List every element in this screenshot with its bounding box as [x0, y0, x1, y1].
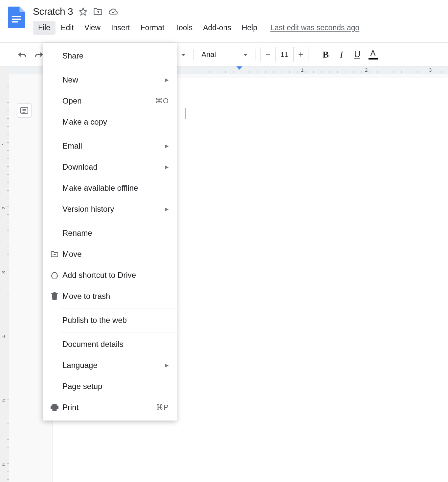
file-page-setup[interactable]: Page setup [43, 376, 177, 397]
file-download[interactable]: Download ▶ [43, 157, 177, 178]
keyboard-shortcut: ⌘O [155, 97, 169, 105]
vruler-mark: 6 [1, 463, 6, 466]
file-move-to-trash[interactable]: Move to trash [43, 286, 177, 307]
dropdown-arrow-icon [243, 50, 248, 59]
separator [60, 308, 177, 308]
menu-item-label: New [62, 75, 165, 84]
submenu-arrow-icon: ▶ [165, 206, 169, 212]
cloud-status-icon[interactable] [108, 8, 118, 15]
file-new[interactable]: New ▶ [43, 69, 177, 90]
file-offline[interactable]: Make available offline [43, 178, 177, 199]
file-open[interactable]: Open ⌘O [43, 90, 177, 111]
svg-rect-2 [12, 21, 18, 23]
text-color-button[interactable]: A [366, 48, 380, 61]
ruler-tick [270, 68, 270, 72]
trash-icon [49, 292, 60, 300]
dropdown-arrow-icon [181, 50, 186, 59]
menu-item-label: Language [62, 361, 165, 370]
indent-marker-icon[interactable] [236, 66, 242, 70]
bold-button[interactable]: B [319, 48, 333, 61]
menu-item-label: Email [62, 141, 165, 151]
ruler-mark: 1 [301, 67, 303, 73]
file-publish[interactable]: Publish to the web [43, 310, 177, 331]
document-title[interactable]: Scratch 3 [33, 6, 73, 17]
underline-button[interactable]: U [350, 48, 364, 61]
separator [60, 332, 177, 332]
menu-item-label: Make available offline [62, 183, 169, 193]
star-icon[interactable] [79, 7, 87, 16]
ruler-mark: 3 [429, 67, 432, 73]
separator [60, 68, 177, 68]
menu-bar: File Edit View Insert Format Tools Add-o… [33, 20, 448, 36]
menu-item-label: Move [62, 250, 169, 259]
font-size-decrease-button[interactable]: − [261, 47, 275, 62]
font-select[interactable]: Arial [198, 48, 251, 61]
menu-item-label: Publish to the web [62, 316, 169, 325]
undo-button[interactable] [16, 49, 29, 60]
last-edit-link[interactable]: Last edit was seconds ago [270, 23, 359, 32]
separator [256, 49, 256, 60]
svg-text:+: + [56, 275, 58, 279]
keyboard-shortcut: ⌘P [156, 403, 169, 412]
ruler-tick [334, 68, 334, 72]
menu-item-label: Document details [62, 340, 169, 349]
menu-item-label: Print [62, 403, 156, 412]
vruler-mark: 4 [1, 335, 6, 338]
vruler-mark: 3 [1, 271, 6, 274]
menu-item-label: Download [62, 162, 165, 172]
menu-help[interactable]: Help [236, 21, 262, 35]
submenu-arrow-icon: ▶ [165, 362, 169, 368]
print-icon [49, 404, 60, 411]
header: Scratch 3 File Edit View Insert Format T… [0, 0, 448, 43]
font-size-increase-button[interactable]: + [294, 47, 308, 62]
menu-item-label: Open [62, 96, 155, 106]
submenu-arrow-icon: ▶ [165, 143, 169, 149]
font-size-control: − 11 + [260, 47, 308, 62]
file-language[interactable]: Language ▶ [43, 355, 177, 376]
svg-rect-1 [12, 19, 21, 20]
menu-item-label: Make a copy [62, 117, 169, 127]
font-size-value[interactable]: 11 [275, 47, 294, 62]
font-label: Arial [202, 50, 216, 59]
separator [60, 134, 177, 134]
drive-shortcut-icon: + [49, 272, 60, 279]
file-menu-dropdown: Share New ▶ Open ⌘O Make a copy Email ▶ … [43, 43, 177, 421]
ruler-tick [398, 68, 398, 72]
menu-view[interactable]: View [79, 21, 106, 35]
italic-button[interactable]: I [335, 48, 348, 61]
file-email[interactable]: Email ▶ [43, 135, 177, 157]
menu-item-label: Add shortcut to Drive [62, 271, 169, 280]
file-make-copy[interactable]: Make a copy [43, 111, 177, 133]
outline-toggle-button[interactable] [17, 103, 32, 118]
file-document-details[interactable]: Document details [43, 334, 177, 355]
separator [60, 221, 177, 221]
vertical-ruler[interactable]: 1 2 3 4 5 6 [0, 66, 9, 482]
separator [193, 49, 194, 60]
menu-item-label: Share [62, 51, 169, 60]
vruler-mark: 2 [1, 207, 6, 209]
file-print[interactable]: Print ⌘P [43, 397, 177, 418]
vruler-mark: 5 [1, 399, 6, 402]
menu-edit[interactable]: Edit [56, 21, 79, 35]
file-rename[interactable]: Rename [43, 223, 177, 244]
file-move[interactable]: Move [43, 244, 177, 265]
submenu-arrow-icon: ▶ [165, 164, 169, 170]
text-cursor [186, 108, 186, 119]
move-to-folder-icon[interactable] [93, 8, 102, 15]
docs-logo-icon[interactable] [8, 7, 25, 28]
submenu-arrow-icon: ▶ [165, 77, 169, 83]
menu-file[interactable]: File [33, 21, 56, 35]
file-share[interactable]: Share [43, 45, 177, 66]
menu-item-label: Move to trash [62, 292, 169, 301]
menu-format[interactable]: Format [135, 21, 170, 35]
ruler-mark: 2 [365, 67, 368, 73]
vruler-mark: 1 [1, 143, 6, 145]
file-version-history[interactable]: Version history ▶ [43, 199, 177, 220]
file-add-shortcut[interactable]: + Add shortcut to Drive [43, 265, 177, 286]
svg-rect-0 [12, 16, 21, 17]
menu-tools[interactable]: Tools [170, 21, 198, 35]
menu-item-label: Rename [62, 229, 169, 238]
menu-insert[interactable]: Insert [106, 21, 135, 35]
menu-item-label: Version history [62, 205, 165, 214]
menu-addons[interactable]: Add-ons [198, 21, 236, 35]
